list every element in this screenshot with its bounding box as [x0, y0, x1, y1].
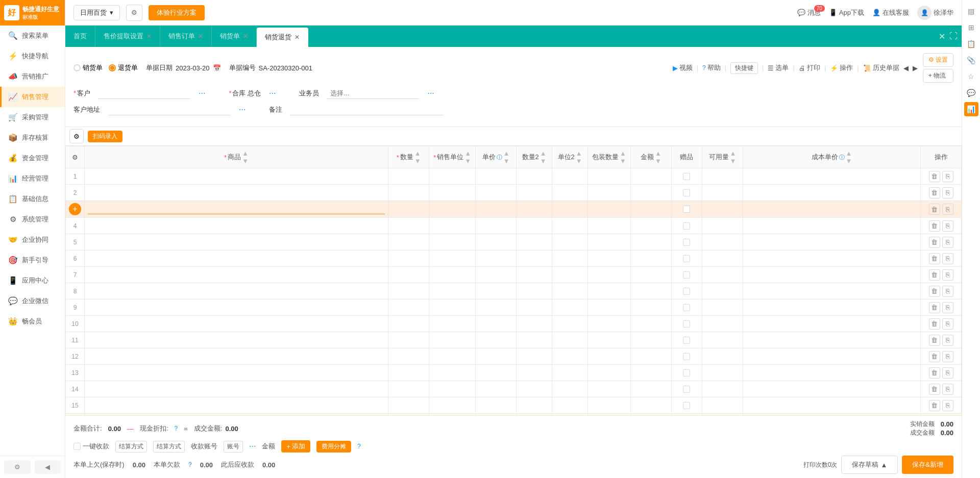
cell-unit2[interactable]	[552, 332, 588, 348]
copy-row-btn[interactable]: ⎘	[942, 384, 953, 395]
help-btn[interactable]: ? 帮助	[702, 63, 721, 72]
cell-pack-qty[interactable]	[588, 316, 631, 332]
cell-amount[interactable]	[630, 185, 671, 201]
cell-unit2[interactable]	[552, 316, 588, 332]
gift-checkbox[interactable]	[683, 173, 690, 180]
star-btn[interactable]: ☆	[964, 69, 978, 84]
cell-qty2[interactable]	[517, 283, 552, 299]
trial-button[interactable]: 体验行业方案	[149, 5, 205, 20]
cell-available[interactable]	[702, 250, 743, 267]
cell-qty[interactable]	[388, 250, 429, 267]
cell-qty[interactable]	[388, 365, 429, 381]
cell-unit2[interactable]	[552, 168, 588, 185]
cell-product[interactable]	[85, 168, 388, 185]
cell-available[interactable]	[702, 168, 743, 185]
cell-pack-qty[interactable]	[588, 365, 631, 381]
cell-pack-qty[interactable]	[588, 168, 631, 185]
cell-amount[interactable]	[630, 365, 671, 381]
cell-product[interactable]	[85, 365, 388, 381]
card-view-btn[interactable]: ⊞	[964, 20, 978, 35]
copy-row-btn[interactable]: ⎘	[942, 269, 953, 281]
cell-unit2[interactable]	[552, 397, 588, 414]
cell-cost-price[interactable]	[743, 365, 920, 381]
cell-unit[interactable]	[429, 250, 476, 267]
cell-unit[interactable]	[429, 299, 476, 316]
cell-qty[interactable]	[388, 168, 429, 185]
cell-unit[interactable]	[429, 397, 476, 414]
close-all-tabs-btn[interactable]: ✕	[939, 32, 945, 41]
cell-cost-price[interactable]	[743, 267, 920, 283]
delete-row-btn[interactable]: 🗑	[929, 220, 940, 232]
cell-pack-qty[interactable]	[588, 332, 631, 348]
cell-qty[interactable]	[388, 234, 429, 250]
sidebar-item-basic[interactable]: 📋 基础信息	[0, 189, 65, 209]
cell-product[interactable]	[85, 234, 388, 250]
gift-checkbox[interactable]	[683, 353, 690, 360]
cell-cost-price[interactable]	[743, 397, 920, 414]
add-row-btn[interactable]: +	[69, 203, 81, 215]
cell-available[interactable]	[702, 348, 743, 365]
cell-gift[interactable]	[671, 185, 702, 201]
cell-price[interactable]	[476, 332, 517, 348]
gift-checkbox[interactable]	[683, 386, 690, 393]
cell-price[interactable]	[476, 316, 517, 332]
cell-qty2[interactable]	[517, 365, 552, 381]
user-profile-btn[interactable]: 👤 徐泽华	[917, 6, 953, 20]
calc-method-select[interactable]: 结算方式	[153, 441, 185, 452]
select-btn[interactable]: ☰ 选单	[768, 63, 789, 72]
cell-unit[interactable]	[429, 201, 476, 218]
cell-available[interactable]	[702, 185, 743, 201]
cell-gift[interactable]	[671, 267, 702, 283]
gift-checkbox[interactable]	[683, 304, 690, 311]
gift-checkbox[interactable]	[683, 320, 690, 328]
table-col-settings-btn[interactable]: ⚙	[69, 129, 84, 143]
cell-qty[interactable]	[388, 316, 429, 332]
topbar-settings-btn[interactable]: ⚙	[126, 5, 142, 21]
cell-unit[interactable]	[429, 283, 476, 299]
sidebar-item-search[interactable]: 🔍 搜索菜单	[0, 26, 65, 46]
cell-available[interactable]	[702, 267, 743, 283]
cell-qty[interactable]	[388, 185, 429, 201]
sidebar-item-member[interactable]: 👑 畅会员	[0, 311, 65, 332]
cell-cost-price[interactable]	[743, 332, 920, 348]
cell-gift[interactable]	[671, 218, 702, 234]
copy-row-btn[interactable]: ⎘	[942, 400, 953, 411]
cell-price[interactable]	[476, 185, 517, 201]
cell-gift[interactable]	[671, 201, 702, 218]
cell-qty2[interactable]	[517, 185, 552, 201]
cell-unit2[interactable]	[552, 185, 588, 201]
sidebar-settings-btn[interactable]: ⚙	[4, 460, 31, 474]
attach-btn[interactable]: 📎	[964, 53, 978, 67]
sidebar-item-finance[interactable]: 💰 资金管理	[0, 148, 65, 168]
cell-available[interactable]	[702, 218, 743, 234]
column-settings-btn[interactable]: ⚙ 设置	[923, 53, 953, 67]
cell-gift[interactable]	[671, 168, 702, 185]
cell-pack-qty[interactable]	[588, 185, 631, 201]
cell-pack-qty[interactable]	[588, 250, 631, 267]
cell-gift[interactable]	[671, 234, 702, 250]
cell-qty[interactable]	[388, 283, 429, 299]
cell-price[interactable]	[476, 381, 517, 397]
cell-available[interactable]	[702, 316, 743, 332]
fee-help-icon[interactable]: ?	[357, 443, 361, 450]
cell-unit2[interactable]	[552, 267, 588, 283]
cell-pack-qty[interactable]	[588, 218, 631, 234]
note-btn[interactable]: 📋	[964, 37, 978, 51]
settle-method-select[interactable]: 结算方式	[115, 441, 147, 452]
delete-row-btn[interactable]: 🗑	[929, 187, 940, 198]
price-info-icon[interactable]: ⓘ	[497, 154, 502, 161]
cell-amount[interactable]	[630, 250, 671, 267]
cell-available[interactable]	[702, 201, 743, 218]
app-download-btn[interactable]: 📱 App下载	[829, 8, 864, 17]
delete-row-btn[interactable]: 🗑	[929, 302, 940, 313]
close-sale-price-icon[interactable]: ✕	[146, 33, 152, 40]
tab-sale-return[interactable]: 销货退货 ✕	[257, 28, 308, 47]
account-select[interactable]: 账号	[224, 441, 243, 452]
sidebar-item-operations[interactable]: 📊 经营管理	[0, 168, 65, 189]
copy-row-btn[interactable]: ⎘	[942, 237, 953, 248]
delete-row-btn[interactable]: 🗑	[929, 286, 940, 297]
gift-checkbox[interactable]	[683, 271, 690, 279]
cell-price[interactable]	[476, 365, 517, 381]
cell-price[interactable]	[476, 201, 517, 218]
cell-unit[interactable]	[429, 234, 476, 250]
